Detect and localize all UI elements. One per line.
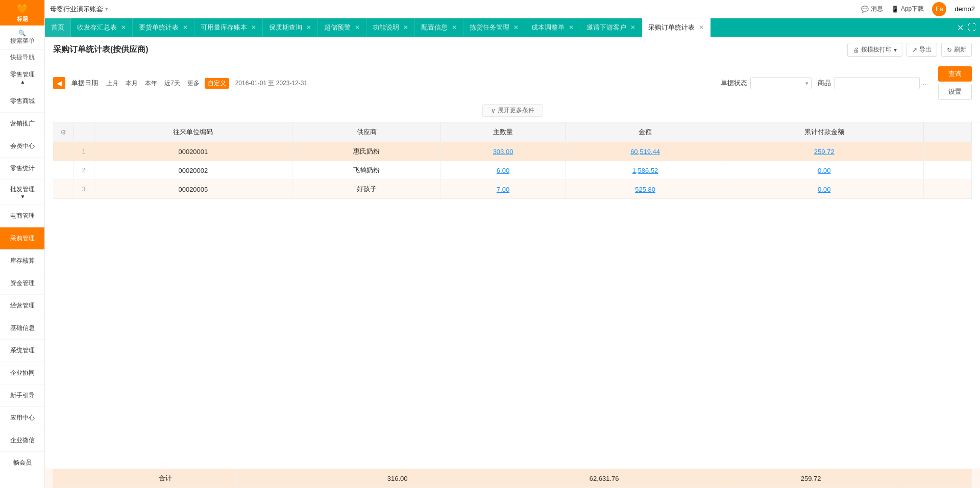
tab-purchase-stats[interactable]: 采购订单统计表 ✕ (642, 18, 710, 37)
expand-icon: ∨ (491, 107, 496, 114)
sidebar-item-inventory[interactable]: 库存核算 (0, 250, 44, 272)
td-row1-amount[interactable]: 60,519.44 (566, 142, 725, 161)
tab-order-stats-close[interactable]: ✕ (183, 24, 188, 31)
sidebar-item-finance[interactable]: 资金管理 (0, 272, 44, 295)
tab-overstock[interactable]: 超储预警 ✕ (318, 18, 366, 37)
goods-filter-input[interactable] (834, 77, 920, 89)
status-select[interactable] (750, 77, 812, 89)
goods-filter-label: 商品 (818, 79, 831, 88)
tab-close-all-icon[interactable]: ✕ (957, 23, 964, 33)
shortcut-last-month[interactable]: 上月 (104, 78, 120, 89)
tab-home[interactable]: 首页 (45, 18, 71, 37)
settings-button[interactable]: 设置 (938, 84, 972, 100)
tab-task-mgmt[interactable]: 拣货任务管理 ✕ (463, 18, 525, 37)
sidebar-item-retail-mgmt[interactable]: 零售管理 ▲ (0, 65, 44, 90)
sidebar-item-enterprise-wechat[interactable]: 企业微信 (0, 429, 44, 452)
td-row3-num: 3 (74, 180, 94, 199)
status-select-wrapper: ▾ (750, 77, 812, 89)
sidebar-item-new-guide[interactable]: 新手引导 (0, 384, 44, 407)
sidebar-item-basic-info[interactable]: 基础信息 (0, 317, 44, 340)
sidebar-item-ops-mgmt[interactable]: 经营管理 (0, 295, 44, 317)
tab-invite-downstream[interactable]: 邀请下游客户 ✕ (580, 18, 642, 37)
sidebar-item-sys-mgmt[interactable]: 系统管理 (0, 340, 44, 362)
shortcut-more[interactable]: 更多 (185, 78, 202, 89)
sidebar-item-marketing[interactable]: 营销推广 (0, 113, 44, 135)
status-filter-label: 单据状态 (721, 79, 747, 88)
sidebar-item-member[interactable]: 畅会员 (0, 452, 44, 474)
td-row2-unit-code: 00020002 (94, 161, 292, 180)
th-amount: 金额 (566, 122, 725, 142)
query-button[interactable]: 查询 (938, 66, 972, 82)
tab-config-info[interactable]: 配置信息 ✕ (415, 18, 463, 37)
workspace-arrow: ▾ (105, 6, 108, 12)
filter-more-btn[interactable]: ... (923, 80, 928, 87)
td-row3-amount[interactable]: 525.80 (566, 180, 725, 199)
page-actions: 🖨 按模板打印 ▾ ↗ 导出 ↻ 刷新 (847, 43, 972, 57)
tab-fullscreen-icon[interactable]: ⛶ (968, 23, 976, 32)
filter-area: ◀ 单据日期 上月 本月 本年 近7天 更多 自定义 2016-01-01 至 … (45, 61, 980, 122)
expand-conditions-button[interactable]: ∨ 展开更多条件 (482, 104, 543, 117)
td-row1-qty[interactable]: 303.00 (440, 142, 565, 161)
sidebar-item-wholesale-mgmt[interactable]: 批发管理 ▼ (0, 180, 44, 205)
data-table: ⚙ 往来单位编码 供应商 主数量 金额 累计付款金额 1 (53, 122, 972, 199)
tab-task-mgmt-label: 拣货任务管理 (470, 23, 509, 32)
status-filter-item: 单据状态 ▾ (721, 77, 812, 89)
workspace-selector[interactable]: 母婴行业演示账套 ▾ (50, 5, 108, 14)
sidebar-item-app-center[interactable]: 应用中心 (0, 407, 44, 429)
sidebar-item-retail-shop[interactable]: 零售商城 (0, 90, 44, 113)
table-row: 2 00020002 飞鹤奶粉 6.00 1,586.52 0.00 (53, 161, 972, 180)
export-button[interactable]: ↗ 导出 (906, 43, 937, 57)
tab-expiry-query-label: 保质期查询 (269, 23, 302, 32)
tab-task-mgmt-close[interactable]: ✕ (513, 24, 519, 31)
tab-receive-send[interactable]: 收发存汇总表 ✕ (71, 18, 133, 37)
footer-td-extra (901, 469, 971, 488)
sidebar-item-quick-nav[interactable]: 快捷导航 (0, 50, 44, 65)
tab-order-stats[interactable]: 要货单统计表 ✕ (133, 18, 194, 37)
shortcut-this-month[interactable]: 本月 (124, 78, 140, 89)
logo[interactable]: 🧡 标题 (0, 0, 44, 25)
custom-date-badge[interactable]: 自定义 (205, 78, 229, 89)
app-download-btn[interactable]: 📱 App下载 (891, 5, 924, 13)
td-row1-paid[interactable]: 259.72 (725, 142, 923, 161)
td-row2-qty[interactable]: 6.00 (440, 161, 565, 180)
tab-expiry-query-close[interactable]: ✕ (306, 24, 311, 31)
tab-cost-adjust[interactable]: 成本调整单 ✕ (525, 18, 580, 37)
message-icon: 💬 (861, 6, 869, 13)
refresh-button[interactable]: ↻ 刷新 (941, 43, 972, 57)
shortcut-last-7-days[interactable]: 近7天 (162, 78, 182, 89)
tab-invite-downstream-close[interactable]: ✕ (630, 24, 635, 31)
tab-purchase-stats-close[interactable]: ✕ (699, 24, 704, 31)
app-download-label: App下载 (901, 5, 924, 13)
tab-cost-adjust-close[interactable]: ✕ (569, 24, 574, 31)
td-row2-supplier: 飞鹤奶粉 (292, 161, 441, 180)
th-settings: ⚙ (53, 122, 74, 142)
template-print-button[interactable]: 🖨 按模板打印 ▾ (847, 43, 902, 57)
sidebar-item-search[interactable]: 🔍 搜索菜单 (0, 25, 44, 50)
th-row-num (74, 122, 94, 142)
td-row3-qty[interactable]: 7.00 (440, 180, 565, 199)
tab-receive-send-close[interactable]: ✕ (121, 24, 126, 31)
sidebar-item-member-center[interactable]: 会员中心 (0, 135, 44, 158)
tab-overstock-close[interactable]: ✕ (355, 24, 360, 31)
sidebar-item-ecommerce[interactable]: 电商管理 (0, 205, 44, 227)
filter-toggle-button[interactable]: ◀ (53, 77, 65, 89)
shortcut-this-year[interactable]: 本年 (143, 78, 159, 89)
tab-available-inv-close[interactable]: ✕ (251, 24, 256, 31)
sidebar-item-purchase-mgmt[interactable]: 采购管理 (0, 227, 44, 250)
th-extra (923, 122, 971, 142)
tab-func-desc[interactable]: 功能说明 ✕ (366, 18, 415, 37)
td-row3-paid[interactable]: 0.00 (725, 180, 923, 199)
td-row2-paid[interactable]: 0.00 (725, 161, 923, 180)
sidebar-item-retail-stats[interactable]: 零售统计 (0, 158, 44, 180)
column-settings-icon[interactable]: ⚙ (60, 129, 66, 136)
user-avatar[interactable]: Ea (932, 2, 946, 16)
footer-td-supplier (237, 469, 307, 488)
sidebar-item-collab[interactable]: 企业协同 (0, 362, 44, 384)
tab-config-info-close[interactable]: ✕ (452, 24, 457, 31)
td-row2-amount[interactable]: 1,586.52 (566, 161, 725, 180)
user-name[interactable]: demo2 (954, 5, 975, 13)
tab-available-inv[interactable]: 可用量库存账本 ✕ (194, 18, 263, 37)
message-btn[interactable]: 💬 消息 (861, 5, 883, 13)
tab-func-desc-close[interactable]: ✕ (403, 24, 408, 31)
tab-expiry-query[interactable]: 保质期查询 ✕ (263, 18, 318, 37)
